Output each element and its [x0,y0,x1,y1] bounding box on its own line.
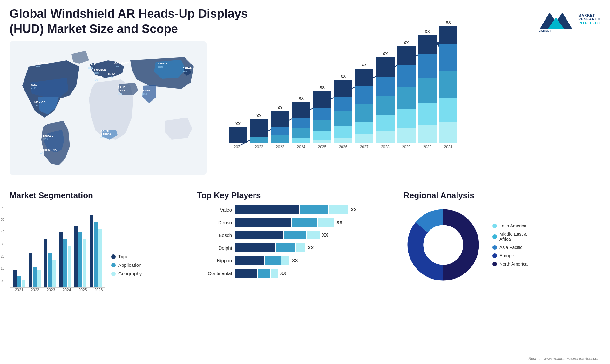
logo-box: MARKET [537,6,575,32]
legend-europe-dot [492,253,497,258]
svg-text:xx%: xx% [36,65,40,68]
legend-geography-label: Geography [118,271,142,276]
legend-apac-dot [492,245,497,250]
bar-2031: XX 2031 [439,20,458,149]
bar-2025: XX 2025 [313,85,331,149]
regional-section: Regional Analysis Latin America [403,191,600,349]
legend-apac-label: Asia Pacific [499,245,522,250]
regional-donut-chart [403,205,483,285]
legend-mea-label: Middle East &Africa [499,232,527,242]
svg-text:MARKET: MARKET [539,30,551,32]
bar-2030: XX 2030 [418,30,437,149]
svg-text:SOUTH: SOUTH [100,130,111,133]
svg-text:JAPAN: JAPAN [183,67,192,70]
legend-asia-pacific: Asia Pacific [492,245,528,250]
player-delphi-bar: XX [235,243,397,252]
logo-text: MARKET RESEARCH INTELLECT [578,13,600,25]
svg-text:MEXICO: MEXICO [34,101,46,104]
svg-text:xx%: xx% [108,76,113,78]
svg-text:FRANCE: FRANCE [94,68,106,71]
regional-content: Latin America Middle East &Africa Asia P… [403,205,600,285]
player-continental: Continental XX [197,269,397,278]
player-bosch-name: Bosch [197,233,232,238]
legend-application-label: Application [118,262,141,268]
player-bosch-bar: XX [235,231,397,239]
growth-chart: XX 2021 XX 2022 XX [216,32,458,159]
bar-2021: XX 2021 [229,122,247,149]
legend-na-dot [492,262,497,266]
svg-text:INDIA: INDIA [142,89,150,92]
svg-text:xx%: xx% [31,87,36,90]
bar-2022: XX 2022 [250,114,268,149]
legend-middle-east-africa: Middle East &Africa [492,232,528,242]
legend-europe-label: Europe [499,253,514,258]
legend-latin-america-label: Latin America [499,223,526,228]
player-continental-name: Continental [197,271,232,276]
donut-svg [403,205,483,285]
svg-text:U.K.: U.K. [88,63,94,66]
bar-2028: XX 2028 [376,52,394,149]
players-section: Top Key Players Valeo XX Denso XX Bosch [197,191,397,349]
svg-text:xx%: xx% [88,66,93,69]
player-denso: Denso XX [197,218,397,227]
player-valeo: Valeo XX [197,205,397,214]
seg-x-labels: 2021 2022 2023 2024 2025 2026 [10,288,105,292]
legend-geography: Geography [111,271,142,276]
seg-bar-2024 [59,205,71,287]
seg-chart: 60 50 40 30 20 10 0 [10,205,105,292]
legend-application: Application [111,262,142,268]
seg-y-axis: 60 50 40 30 20 10 0 [1,205,4,283]
bar-2027: XX 2027 [355,63,373,149]
svg-text:xx%: xx% [118,92,122,95]
regional-title: Regional Analysis [403,191,600,200]
seg-bar-2023 [44,205,56,287]
player-bosch: Bosch XX [197,231,397,239]
svg-point-43 [424,225,463,265]
logo-icon: MARKET [537,6,575,32]
svg-text:GERMANY: GERMANY [114,62,129,65]
svg-text:ARGENTINA: ARGENTINA [40,148,57,152]
player-valeo-name: Valeo [197,207,232,212]
legend-na-label: North America [499,261,528,266]
player-denso-name: Denso [197,220,232,225]
player-nippon-name: Nippon [197,258,232,263]
bar-2023: XX 2023 [271,106,289,149]
player-nippon-bar: XX [235,256,397,265]
world-map-section: CANADA xx% U.S. xx% MEXICO xx% BRAZIL xx… [10,41,207,175]
svg-text:CHINA: CHINA [158,62,167,65]
segmentation-title: Market Segmentation [10,191,187,200]
seg-bar-2021 [13,205,25,287]
bar-2029: XX 2029 [397,41,416,149]
svg-text:xx%: xx% [114,65,119,68]
svg-text:xx%: xx% [158,65,163,68]
svg-text:AFRICA: AFRICA [100,133,111,136]
svg-text:SAUDI: SAUDI [118,86,126,89]
svg-text:BRAZIL: BRAZIL [43,134,53,137]
seg-bar-2022 [29,205,41,287]
svg-text:xx%: xx% [100,136,105,139]
bar-2024: XX 2024 [292,96,310,149]
legend-europe: Europe [492,253,528,258]
legend-geography-dot [111,272,116,276]
svg-text:U.S.: U.S. [31,83,37,86]
growth-chart-section: XX 2021 XX 2022 XX [216,32,458,175]
svg-text:ARABIA: ARABIA [118,89,129,92]
svg-text:SPAIN: SPAIN [93,75,102,78]
segmentation-content: 60 50 40 30 20 10 0 [10,205,187,292]
player-denso-bar: XX [235,218,397,227]
legend-type-label: Type [118,254,129,259]
svg-text:xx%: xx% [34,104,39,107]
seg-bars-container [10,205,105,288]
logo: MARKET MARKET RESEARCH INTELLECT [537,6,600,32]
segmentation-section: Market Segmentation 60 50 40 30 20 10 0 [10,191,187,349]
svg-text:xx%: xx% [94,71,99,74]
svg-text:CANADA: CANADA [36,62,48,65]
seg-bar-2026 [90,205,102,287]
svg-text:xx%: xx% [183,70,187,73]
players-chart: Valeo XX Denso XX Bosch [197,205,397,278]
svg-text:xx%: xx% [40,152,44,155]
regional-legend: Latin America Middle East &Africa Asia P… [492,223,528,266]
legend-latin-america: Latin America [492,223,528,228]
segmentation-legend: Type Application Geography [111,254,142,283]
player-nippon: Nippon XX [197,256,397,265]
